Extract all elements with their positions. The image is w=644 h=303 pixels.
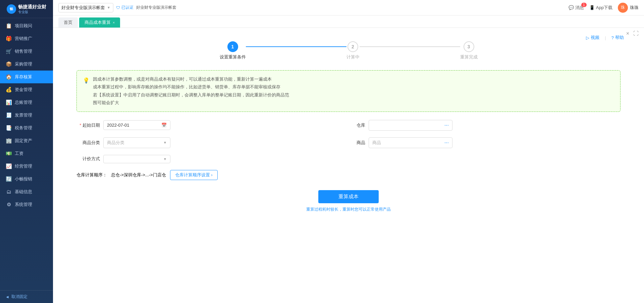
- avatar: 珠: [618, 3, 628, 13]
- project-icon: 📋: [5, 23, 12, 29]
- verified-badge: 🛡 已认证: [116, 5, 133, 10]
- sidebar-item-expense[interactable]: 🔄小畅报销: [0, 173, 53, 185]
- step-1: 1 设置重算条件: [220, 41, 246, 60]
- tab-cost-recalc-label: 商品成本重算: [85, 19, 111, 26]
- calendar-icon[interactable]: 📅: [161, 123, 167, 128]
- account-select[interactable]: 好业财专业版演示帐套 ▼: [58, 3, 113, 12]
- goods-ellipsis[interactable]: ···: [444, 140, 449, 146]
- video-link[interactable]: ▷ 视频: [586, 35, 599, 41]
- sidebar-item-label-basic-info: 基础信息: [15, 189, 32, 195]
- submit-button[interactable]: 重算成本: [318, 190, 379, 203]
- step-2-number: 2: [352, 44, 354, 49]
- sidebar-item-payroll[interactable]: 💵工资: [0, 147, 53, 160]
- close-window-button[interactable]: ×: [626, 31, 629, 37]
- help-label: 帮助: [615, 35, 624, 41]
- sidebar-item-basic-info[interactable]: 🗂基础信息: [0, 185, 53, 198]
- sidebar-item-invoice[interactable]: 🧾发票管理: [0, 109, 53, 122]
- sidebar-item-project[interactable]: 📋项目顾问: [0, 19, 53, 32]
- purchase-icon: 📦: [5, 61, 12, 67]
- sidebar-item-label-sales: 销售管理: [15, 48, 32, 54]
- sidebar-bottom-label: 取消固定: [11, 294, 28, 300]
- sidebar-item-label-tax: 税务管理: [15, 125, 32, 131]
- submit-label: 重算成本: [338, 193, 359, 199]
- play-icon: ▷: [586, 35, 589, 40]
- step-3-number: 3: [468, 44, 470, 49]
- tab-close-icon[interactable]: ×: [113, 20, 115, 25]
- operations-icon: 📈: [5, 163, 12, 169]
- tax-icon: 📑: [5, 125, 12, 131]
- topbar: 好业财专业版演示帐套 ▼ 🛡 已认证 好业财专业版演示帐套 💬 消息 1 📱 A…: [53, 0, 644, 15]
- sidebar-item-marketing[interactable]: 🎁营销推广: [0, 32, 53, 45]
- sidebar-logo: 畅 畅捷通好业财 专业版: [0, 0, 53, 18]
- app-download-label: App下载: [596, 5, 612, 11]
- sidebar-item-system[interactable]: ⚙系统管理: [0, 198, 53, 211]
- start-date-input[interactable]: 2022-07-01 📅: [103, 120, 170, 130]
- start-date-label: 起始日期: [76, 122, 100, 128]
- warehouse-label: 仓库: [348, 122, 365, 128]
- main-area: 好业财专业版演示帐套 ▼ 🛡 已认证 好业财专业版演示帐套 💬 消息 1 📱 A…: [53, 0, 644, 303]
- step-2: 2 计算中: [346, 41, 360, 60]
- step-line-1: [246, 46, 346, 47]
- sidebar-item-label-purchase: 采购管理: [15, 61, 32, 67]
- warehouse-select[interactable]: ···: [369, 120, 452, 131]
- topbar-right: 💬 消息 1 📱 App下载 珠 珠珠: [569, 3, 639, 13]
- pricing-arrow-icon: ▼: [163, 157, 167, 161]
- notice-line-3: 若【系统设置】中启用了自动调整记账日期时，会调整入库单的整单记账日期，因此重新计…: [93, 91, 289, 99]
- app-download-button[interactable]: 📱 App下载: [589, 5, 612, 11]
- window-controls: × ⛶: [626, 31, 639, 37]
- phone-icon: 📱: [589, 5, 595, 10]
- shield-icon: 🛡: [116, 5, 120, 10]
- sidebar-pin-toggle[interactable]: ◄ 取消固定: [0, 290, 53, 303]
- step-2-circle: 2: [347, 41, 358, 52]
- notice-icon: 💡: [83, 76, 90, 107]
- sidebar-item-finance[interactable]: 💰资金管理: [0, 83, 53, 96]
- sidebar-item-fixed-assets[interactable]: 🏢固定资产: [0, 134, 53, 147]
- sidebar-item-label-invoice: 发票管理: [15, 112, 32, 118]
- calc-order-btn-label: 仓库计算顺序设置 ›: [175, 172, 213, 178]
- marketing-icon: 🎁: [5, 36, 12, 42]
- help-link[interactable]: ? 帮助: [611, 35, 624, 41]
- calc-order-label: 仓库计算顺序：: [76, 172, 107, 178]
- account-name: 好业财专业版演示帐套: [61, 5, 105, 11]
- step-1-circle: 1: [227, 41, 238, 52]
- calc-order-settings-button[interactable]: 仓库计算顺序设置 ›: [170, 170, 218, 180]
- step-1-label: 设置重算条件: [220, 54, 246, 60]
- sidebar-item-accounting[interactable]: 📊总账管理: [0, 96, 53, 109]
- message-button[interactable]: 💬 消息 1: [569, 5, 584, 11]
- pricing-select[interactable]: ▼: [103, 155, 170, 163]
- sidebar-item-operations[interactable]: 📈经营管理: [0, 160, 53, 173]
- sidebar-item-label-project: 项目顾问: [15, 23, 32, 29]
- sidebar-item-label-inventory: 库存核算: [15, 74, 32, 80]
- step-line-2: [360, 46, 460, 47]
- expand-window-button[interactable]: ⛶: [633, 31, 639, 37]
- pin-icon: ◄: [5, 295, 9, 299]
- sales-icon: 🛒: [5, 48, 12, 54]
- form-col-goods: 商品 商品 ···: [348, 137, 621, 148]
- app-edition: 专业版: [18, 10, 46, 14]
- user-profile[interactable]: 珠 珠珠: [618, 3, 639, 13]
- form-row-2: 商品分类 商品分类 ▼ 商品 商品 ···: [76, 137, 621, 148]
- sidebar-item-inventory[interactable]: 🏠库存核算: [0, 71, 53, 83]
- sidebar-item-label-marketing: 营销推广: [15, 36, 32, 42]
- sidebar-item-purchase[interactable]: 📦采购管理: [0, 58, 53, 71]
- sidebar-item-label-operations: 经营管理: [15, 163, 32, 169]
- pricing-label: 计价方式: [76, 156, 100, 162]
- submit-hint: 重算过程耗时较长，重算时您可以正常使用产品: [306, 207, 391, 212]
- tab-home[interactable]: 首页: [58, 17, 78, 28]
- sidebar-item-label-finance: 资金管理: [15, 87, 32, 93]
- tab-cost-recalc[interactable]: 商品成本重算 ×: [79, 17, 120, 28]
- app-logo-icon: 畅: [7, 4, 16, 14]
- fixed-assets-icon: 🏢: [5, 138, 12, 144]
- step-3-circle: 3: [464, 41, 474, 52]
- goods-select[interactable]: 商品 ···: [369, 137, 452, 148]
- notice-box: 💡 因成本计算参数调整，或是对商品成本有疑问时，可以通过成本重算功能，重新计算一…: [76, 70, 621, 112]
- account-select-arrow: ▼: [107, 6, 110, 9]
- sidebar-item-label-fixed-assets: 固定资产: [15, 138, 32, 144]
- goods-placeholder: 商品: [372, 140, 381, 146]
- sidebar-item-sales[interactable]: 🛒销售管理: [0, 45, 53, 58]
- inventory-icon: 🏠: [5, 74, 12, 80]
- category-select[interactable]: 商品分类 ▼: [103, 137, 170, 148]
- form-col-date: 起始日期 2022-07-01 📅: [76, 120, 348, 130]
- warehouse-ellipsis[interactable]: ···: [444, 122, 449, 128]
- sidebar-item-tax[interactable]: 📑税务管理: [0, 122, 53, 134]
